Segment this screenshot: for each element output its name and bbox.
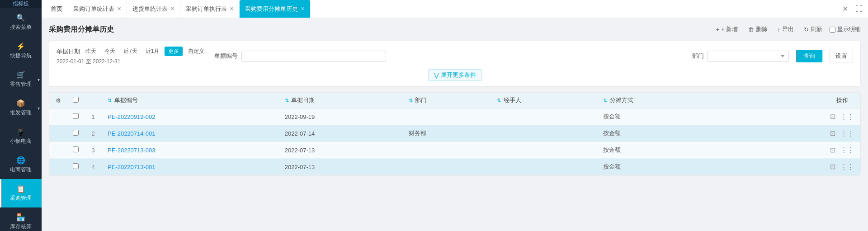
row-checkbox[interactable]: [73, 113, 79, 119]
view-button[interactable]: ⊡: [829, 112, 837, 122]
select-all-checkbox[interactable]: [73, 97, 79, 103]
filter-area: 单据日期 昨天 今天 近7天 近1月 更多 自定义 2022-01-01 至 2…: [49, 41, 861, 87]
expand-more-button[interactable]: ⋁ 展开更多条件: [428, 69, 482, 81]
row-num: 4: [84, 159, 102, 175]
close-all-tabs-button[interactable]: ✕: [840, 4, 850, 14]
tab-purchase-cost-history[interactable]: 采购费用分摊单历史 ✕: [240, 0, 311, 18]
dept-select[interactable]: 财务部: [708, 51, 789, 62]
sidebar-item-wholesale[interactable]: 📦 批发管理 ▾: [0, 94, 42, 122]
doc-number-link[interactable]: PE-20220714-001: [108, 130, 156, 137]
row-handler: [491, 108, 598, 125]
date-more-button[interactable]: 更多: [165, 47, 183, 56]
display-toggle-checkbox[interactable]: [830, 27, 835, 33]
sidebar-item-purchase[interactable]: 📋 采购管理: [0, 179, 42, 207]
table-header-row: ⚙ ⇅ 单据编号 ⇅ 单据日期: [49, 93, 860, 108]
tab-home[interactable]: 首页: [45, 0, 68, 18]
fullscreen-button[interactable]: ⛶: [854, 4, 864, 14]
sidebar-logo: 指标板: [0, 0, 42, 8]
tab-purchase-cost-history-close[interactable]: ✕: [301, 6, 305, 12]
display-toggle[interactable]: 显示明细: [830, 25, 861, 33]
add-button[interactable]: + + 新增: [713, 24, 741, 35]
sidebar-item-label: 快捷导航: [10, 52, 32, 59]
row-split-method: 按金额: [598, 159, 824, 175]
tab-purchase-order-stats[interactable]: 采购订单统计表 ✕: [68, 0, 127, 18]
row-doc-date: 2022-07-13: [279, 142, 403, 159]
filter-row: 单据日期 昨天 今天 近7天 近1月 更多 自定义 2022-01-01 至 2…: [57, 47, 853, 66]
doc-number-link[interactable]: PE-20220919-002: [108, 113, 156, 120]
search-button[interactable]: 查询: [796, 50, 822, 62]
filter-settings-button[interactable]: 设置: [830, 50, 853, 62]
gear-icon[interactable]: ⚙: [56, 97, 61, 104]
sidebar-item-retail[interactable]: 🛒 零售管理 ▾: [0, 65, 42, 94]
sort-icon: ⇅: [108, 98, 112, 103]
sidebar-item-label: 小畅电商: [10, 138, 32, 144]
chevron-down-icon: ⋁: [434, 72, 439, 79]
row-checkbox[interactable]: [73, 163, 79, 169]
row-handler: [491, 142, 598, 159]
view-button[interactable]: ⊡: [829, 128, 837, 138]
refresh-button[interactable]: ↻ 刷新: [801, 24, 825, 35]
row-checkbox[interactable]: [73, 146, 79, 152]
sidebar: 指标板 🔍 搜索菜单 ⚡ 快捷导航 🛒 零售管理 ▾ 📦 批发管理 ▾ 📱 小畅…: [0, 0, 42, 231]
date-filter-buttons: 昨天 今天 近7天 近1月 更多 自定义: [83, 47, 207, 56]
row-doc-date: 2022-07-14: [279, 125, 403, 142]
doc-number-link[interactable]: PE-20220713-001: [108, 164, 156, 170]
date-range-display: 2022-01-01 至 2022-12-31: [57, 58, 207, 66]
doc-number-input[interactable]: [241, 51, 386, 62]
row-checkbox-cell: [67, 142, 84, 159]
export-button[interactable]: ↑ 导出: [775, 24, 797, 35]
col-checkbox: [67, 93, 84, 108]
toolbar: + + 新增 🗑 删除 ↑ 导出 ↻ 刷新 显示明细: [713, 24, 861, 35]
col-settings[interactable]: ⚙: [49, 93, 67, 108]
row-settings: [49, 142, 67, 159]
delete-button[interactable]: 🗑 删除: [745, 24, 770, 35]
row-dept: 财务部: [403, 125, 491, 142]
row-checkbox-cell: [67, 125, 84, 142]
tab-controls: ✕ ⛶: [840, 4, 864, 14]
sidebar-item-search[interactable]: 🔍 搜索菜单: [0, 8, 42, 37]
date-today-button[interactable]: 今天: [102, 47, 118, 56]
col-doc-date: ⇅ 单据日期: [279, 93, 403, 108]
table-row: 4 PE-20220713-001 2022-07-13 按金额 ⊡ ⋮⋮: [49, 159, 860, 175]
tab-inbound-stats[interactable]: 进货单统计表 ✕: [127, 0, 180, 18]
data-table: ⚙ ⇅ 单据编号 ⇅ 单据日期: [49, 93, 860, 175]
dept-label: 部门: [692, 52, 704, 60]
export-label: 导出: [782, 25, 794, 33]
sidebar-item-label: 库存核算: [10, 223, 32, 230]
date-custom-button[interactable]: 自定义: [185, 47, 207, 56]
sidebar-item-miniapp[interactable]: 📱 小畅电商: [0, 122, 42, 151]
search-icon: 🔍: [0, 14, 42, 22]
miniapp-icon: 📱: [0, 127, 42, 136]
sidebar-item-ecommerce[interactable]: 🌐 电商管理: [0, 151, 42, 179]
tab-purchase-order-exec-label: 采购订单执行表: [186, 5, 227, 13]
doc-number-label: 单据编号: [214, 52, 238, 60]
edit-button[interactable]: ⋮⋮: [840, 145, 855, 155]
sort-icon: ⇅: [603, 98, 607, 103]
page-title: 采购费用分摊单历史: [49, 25, 114, 34]
view-button[interactable]: ⊡: [829, 162, 837, 172]
date-7days-button[interactable]: 近7天: [121, 47, 140, 56]
table-row: 1 PE-20220919-002 2022-09-19 按金额 ⊡ ⋮⋮: [49, 108, 860, 125]
sidebar-item-shortcut[interactable]: ⚡ 快捷导航: [0, 37, 42, 65]
sidebar-item-inventory[interactable]: 🏪 库存核算: [0, 207, 42, 231]
row-doc-date: 2022-09-19: [279, 108, 403, 125]
row-split-method: 按金额: [598, 125, 824, 142]
edit-button[interactable]: ⋮⋮: [840, 162, 855, 172]
tab-inbound-stats-close[interactable]: ✕: [170, 6, 175, 12]
row-checkbox[interactable]: [73, 130, 79, 136]
edit-button[interactable]: ⋮⋮: [840, 112, 855, 122]
tab-purchase-order-stats-close[interactable]: ✕: [117, 6, 121, 12]
row-checkbox-cell: [67, 159, 84, 175]
doc-number-link[interactable]: PE-20220713-003: [108, 147, 156, 154]
page-content: 采购费用分摊单历史 + + 新增 🗑 删除 ↑ 导出 ↻ 刷新: [42, 18, 868, 231]
tab-purchase-order-exec-close[interactable]: ✕: [230, 6, 234, 12]
date-1month-button[interactable]: 近1月: [143, 47, 162, 56]
view-button[interactable]: ⊡: [829, 145, 837, 155]
date-yesterday-button[interactable]: 昨天: [83, 47, 99, 56]
edit-button[interactable]: ⋮⋮: [840, 128, 855, 138]
doc-number-filter-group: 单据编号: [214, 51, 685, 62]
refresh-icon: ↻: [804, 26, 809, 33]
col-split-method: ⇅ 分摊方式: [598, 93, 824, 108]
tab-purchase-order-exec[interactable]: 采购订单执行表 ✕: [180, 0, 240, 18]
col-num: [84, 93, 102, 108]
